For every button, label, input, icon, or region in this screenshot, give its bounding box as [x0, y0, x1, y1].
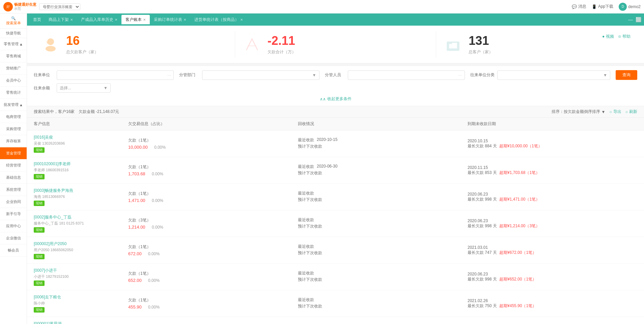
- overdue-days-3: 最长欠款 998 天: [468, 224, 497, 228]
- sidebar-item-retail-store[interactable]: 零售商城: [0, 50, 27, 62]
- balance-select[interactable]: 选择... ▼: [57, 83, 111, 93]
- person-input[interactable]: ···: [348, 70, 465, 80]
- filter-balance: 往来余额 选择... ▼: [34, 83, 637, 93]
- overdue-link-6[interactable]: 超期¥455.90（1笔）: [499, 303, 536, 308]
- sidebar-item-retail-mgmt[interactable]: 零售管理 ▲: [0, 38, 27, 50]
- due-date-info-3: 2020.06.23 最长欠款 998 天 超期¥1,214.00（3笔）: [468, 218, 637, 229]
- tab-production-history[interactable]: 产成品入库单历史 ✕: [77, 15, 121, 24]
- sidebar-item-basic-info[interactable]: 基础信息: [0, 172, 27, 184]
- person-dots: ···: [458, 73, 462, 78]
- collapse-row[interactable]: ∧∧ 收起更多条件: [34, 96, 637, 102]
- tab-close-product[interactable]: ✕: [70, 18, 73, 22]
- debt-amount-2: 1,471.00: [128, 198, 145, 203]
- customer-name-0[interactable]: [0016]吴俊: [34, 135, 128, 140]
- due-date-info-4: 2021.03.01 最长欠款 747 天 超期¥672.00（1笔）: [468, 245, 637, 256]
- help-btn[interactable]: ⊙ 帮助: [618, 34, 631, 39]
- tab-close-stock[interactable]: ✕: [240, 18, 243, 22]
- table-row: [000002]用户2050 用户2050 18665062050 现销 欠款（…: [27, 237, 644, 264]
- sidebar: 🔍 搜索菜单 快捷导航 零售管理 ▲ 零售商城 营销推广 会员中心 零售统计 批…: [0, 13, 27, 324]
- sidebar-item-collaboration[interactable]: 企业协同: [0, 196, 27, 208]
- search-button[interactable]: 查询: [616, 70, 637, 80]
- overdue-days-0: 最长欠款 884 天: [468, 144, 497, 148]
- debt-count-4: 欠款（1笔）: [128, 244, 298, 250]
- debt-info-2: 欠款（1笔） 1,471.00 0.00%: [128, 191, 298, 203]
- svg-rect-4: [449, 44, 452, 48]
- recovery-row-5b: 预计下次收款: [298, 277, 468, 283]
- maximize-icon[interactable]: ⬜: [636, 17, 641, 22]
- sidebar-item-ecommerce[interactable]: 电商管理: [0, 111, 27, 123]
- debt-count-3: 欠款（3笔）: [128, 217, 298, 223]
- debt-percent-1: 0.00%: [152, 172, 163, 176]
- customer-tag-1: 现销: [34, 174, 45, 179]
- customer-sub-3: 服务中心_丁磊 181 0125 8371: [34, 221, 128, 226]
- customer-name-7[interactable]: [000001]黄思源: [34, 321, 128, 324]
- table-header: 客户信息 欠交易信息（占比） 回收情况 到期未收款日期: [27, 118, 644, 130]
- sidebar-item-apps[interactable]: 应用中心: [0, 220, 27, 232]
- customer-info-0: [0016]吴俊 吴俊 13026203696 现销: [34, 135, 128, 153]
- overdue-link-3[interactable]: 超期¥1,214.00（3笔）: [499, 224, 540, 228]
- overdue-link-2[interactable]: 超期¥1,471.00（1笔）: [499, 197, 540, 202]
- customer-tag-3: 现销: [34, 227, 45, 233]
- app-download-btn[interactable]: 📱 App下载: [592, 4, 613, 9]
- sidebar-quick-nav[interactable]: 快捷导航: [0, 29, 27, 38]
- user-menu[interactable]: D demo2: [619, 3, 641, 11]
- sidebar-item-wholesale-mgmt[interactable]: 批发管理 ▲: [0, 99, 27, 111]
- customer-name-6[interactable]: [0006]去下粮仓: [34, 294, 128, 300]
- customer-name-5[interactable]: [0007]小进干: [34, 268, 128, 273]
- page-content: ¥ 16 总欠款客户（家）: [27, 26, 644, 324]
- filter-person: 分管人员 ···: [325, 70, 465, 80]
- overdue-link-0[interactable]: 超期¥10,000.00（1笔）: [499, 144, 542, 148]
- table-row: [0007]小进干 小进干 18279152100 现销 欠款（1笔） 652.…: [27, 264, 644, 290]
- tab-close-purchase[interactable]: ✕: [184, 18, 186, 22]
- video-btn[interactable]: ● 视频: [602, 34, 614, 39]
- sidebar-item-system[interactable]: 系统管理: [0, 184, 27, 196]
- phone-icon: 📱: [592, 4, 597, 9]
- export-button[interactable]: ○ 导出: [610, 109, 621, 115]
- overdue-link-4[interactable]: 超期¥672.00（1笔）: [499, 250, 536, 255]
- refresh-button[interactable]: ○ 刷新: [625, 109, 637, 115]
- sidebar-item-member2[interactable]: 畅会员: [0, 244, 27, 257]
- tab-home[interactable]: 首页: [30, 17, 45, 23]
- debt-customers-number: 16: [66, 34, 228, 48]
- tab-customer-ledger[interactable]: 客户账本 ✕: [121, 15, 150, 24]
- overdue-link-1[interactable]: 超期¥1,703.68（1笔）: [499, 170, 540, 175]
- customer-info-7: [000001]黄思源 黄思源 13552700226 现销: [34, 321, 128, 324]
- tab-purchase-stats[interactable]: 采购订单统计表 ✕: [150, 15, 190, 24]
- tab-stock-stats[interactable]: 进货单统计表（按商品） ✕: [190, 15, 247, 24]
- sidebar-item-retail-stats[interactable]: 零售统计: [0, 87, 27, 99]
- stat-debt-info: 16 总欠款客户（家）: [66, 34, 228, 55]
- sort-selector[interactable]: 排序：按欠款金额倒序排序 ▼: [552, 109, 606, 115]
- export-icon: ○: [610, 110, 612, 114]
- customer-name-3[interactable]: [0002]服务中心_丁磊: [34, 214, 128, 220]
- customer-name-2[interactable]: [0003]畅捷服务尹海燕: [34, 188, 128, 194]
- tab-close-production[interactable]: ✕: [115, 18, 117, 22]
- customer-name-1[interactable]: [0001020001]李老师: [34, 161, 128, 167]
- sidebar-search[interactable]: 🔍 搜索菜单: [0, 13, 27, 29]
- sidebar-item-member[interactable]: 会员中心: [0, 75, 27, 87]
- debt-percent-5: 0.00%: [148, 278, 160, 283]
- sidebar-item-inventory[interactable]: 库存核算: [0, 135, 27, 147]
- tab-product-onoff[interactable]: 商品上下架 ✕: [45, 15, 77, 24]
- refresh-icon: ○: [625, 110, 628, 114]
- industry-select[interactable]: 母婴行业演示账套: [39, 3, 80, 10]
- sidebar-item-operations[interactable]: 经营管理: [0, 159, 27, 172]
- chevron-icon: ▲: [19, 42, 23, 46]
- sidebar-item-wechat[interactable]: 企业微信: [0, 232, 27, 244]
- unit-class-select[interactable]: ▼: [497, 70, 610, 80]
- svg-point-1: [46, 46, 56, 52]
- sidebar-item-purchase[interactable]: 采购管理: [0, 123, 27, 135]
- recovery-info-1: 最近收款 2020-06-30 预计下次收款: [298, 164, 468, 177]
- dept-select[interactable]: ▼: [202, 70, 319, 80]
- tab-close-ledger[interactable]: ✕: [143, 18, 146, 22]
- sidebar-item-guide[interactable]: 新手引导: [0, 208, 27, 220]
- debt-customers-label: 总欠款客户（家）: [66, 49, 228, 55]
- overdue-link-5[interactable]: 超期¥652.00（1笔）: [499, 277, 536, 282]
- customer-name-4[interactable]: [000002]用户2050: [34, 241, 128, 247]
- customer-info-3: [0002]服务中心_丁磊 服务中心_丁磊 181 0125 8371 现销: [34, 214, 128, 233]
- sidebar-item-marketing[interactable]: 营销推广: [0, 62, 27, 75]
- minimize-icon[interactable]: —: [628, 17, 633, 22]
- customer-tag-2: 现销: [34, 201, 45, 206]
- message-btn[interactable]: 💬 消息: [572, 4, 586, 9]
- source-unit-input[interactable]: ···: [57, 70, 174, 80]
- sidebar-item-finance[interactable]: 资金管理: [0, 147, 27, 159]
